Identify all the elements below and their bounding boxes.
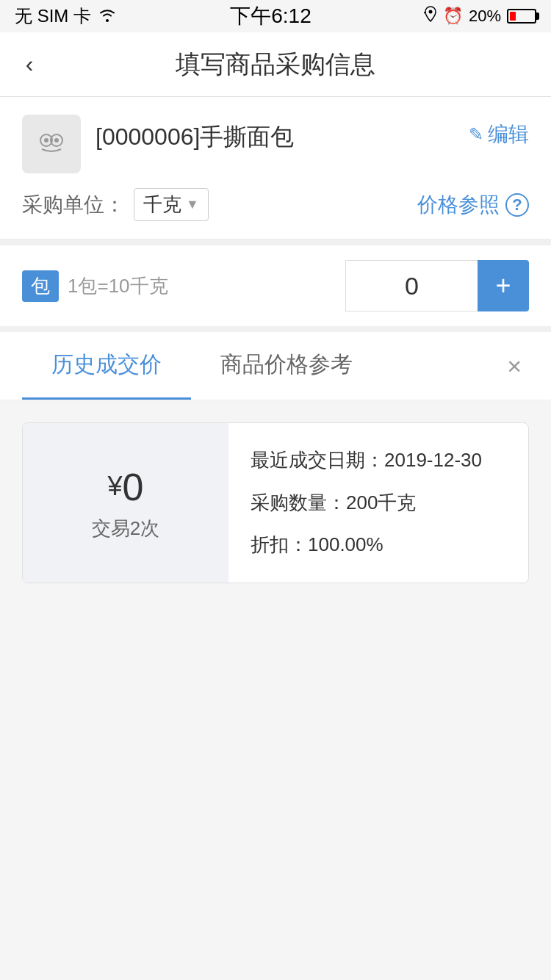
- discount-label: 折扣：: [251, 533, 308, 555]
- unit-dropdown-arrow: ▼: [186, 197, 199, 212]
- tab-close-button[interactable]: ×: [500, 345, 529, 388]
- unit-select[interactable]: 千克 ▼: [134, 188, 209, 221]
- battery-percent: 20%: [469, 7, 501, 26]
- location-icon: [424, 6, 437, 26]
- transaction-panel: ¥0 交易2次 最近成交日期：2019-12-30 采购数量：200千克 折扣：…: [0, 400, 551, 605]
- product-header: [0000006]手撕面包 ✎ 编辑: [22, 115, 529, 173]
- quantity-plus-button[interactable]: +: [478, 260, 529, 311]
- status-bar: 无 SIM 卡 下午6:12 ⏰ 20%: [0, 0, 551, 32]
- transaction-right: 最近成交日期：2019-12-30 采购数量：200千克 折扣：100.00%: [228, 423, 528, 583]
- battery-icon: [507, 9, 536, 24]
- back-button[interactable]: ‹: [0, 32, 59, 97]
- unit-left: 采购单位： 千克 ▼: [22, 188, 209, 221]
- product-unit-row: 采购单位： 千克 ▼ 价格参照 ?: [22, 188, 529, 221]
- svg-point-4: [54, 138, 59, 143]
- quantity-input[interactable]: [345, 260, 478, 311]
- product-card: [0000006]手撕面包 ✎ 编辑 采购单位： 千克 ▼ 价格参照 ?: [0, 97, 551, 239]
- purchase-qty-value: 200千克: [346, 491, 416, 514]
- transaction-price: ¥0: [108, 464, 144, 510]
- recent-date-value: 2019-12-30: [384, 449, 482, 471]
- nav-bar: ‹ 填写商品采购信息: [0, 32, 551, 97]
- purchase-qty-row: 采购数量：200千克: [251, 488, 506, 519]
- svg-point-2: [44, 138, 48, 143]
- price-symbol: ¥: [108, 470, 123, 502]
- product-name: [0000006]手撕面包: [96, 115, 294, 154]
- status-time: 下午6:12: [230, 2, 311, 30]
- discount-value: 100.00%: [308, 533, 383, 555]
- discount-row: 折扣：100.00%: [251, 530, 506, 561]
- edit-button[interactable]: ✎ 编辑: [469, 115, 529, 148]
- unit-badge: 包: [22, 270, 59, 302]
- wifi-icon: [97, 6, 118, 26]
- alarm-icon: ⏰: [443, 7, 463, 26]
- quantity-row: 包 1包=10千克 +: [0, 239, 551, 326]
- back-icon: ‹: [26, 51, 34, 78]
- transaction-card: ¥0 交易2次 最近成交日期：2019-12-30 采购数量：200千克 折扣：…: [22, 422, 529, 583]
- status-right: ⏰ 20%: [424, 6, 536, 26]
- unit-value: 千克: [143, 192, 181, 217]
- recent-date-row: 最近成交日期：2019-12-30: [251, 445, 506, 476]
- tab-history-price[interactable]: 历史成交价: [22, 332, 191, 400]
- edit-icon: ✎: [469, 124, 483, 145]
- svg-point-0: [428, 10, 432, 14]
- price-ref-label: 价格参照: [417, 191, 500, 219]
- edit-label: 编辑: [488, 120, 529, 148]
- transaction-left: ¥0 交易2次: [23, 423, 228, 583]
- recent-date-label: 最近成交日期：: [251, 449, 384, 471]
- tabs-container: 历史成交价 商品价格参考 ×: [0, 326, 551, 400]
- unit-conversion: 1包=10千克: [68, 273, 168, 299]
- tabs: 历史成交价 商品价格参考: [22, 332, 382, 400]
- product-info: [0000006]手撕面包: [22, 115, 469, 173]
- status-left: 无 SIM 卡: [15, 4, 118, 28]
- quantity-input-group: +: [345, 260, 529, 311]
- help-icon: ?: [505, 193, 529, 217]
- purchase-qty-label: 采购数量：: [251, 491, 346, 514]
- price-value: 0: [123, 466, 144, 508]
- quantity-unit-info: 包 1包=10千克: [22, 270, 168, 302]
- unit-label: 采购单位：: [22, 191, 125, 219]
- page-title: 填写商品采购信息: [176, 48, 375, 82]
- price-ref-button[interactable]: 价格参照 ?: [417, 191, 529, 219]
- product-logo: [22, 115, 81, 173]
- main-content: ¥0 交易2次 最近成交日期：2019-12-30 采购数量：200千克 折扣：…: [0, 400, 551, 915]
- tab-price-ref[interactable]: 商品价格参考: [191, 332, 382, 400]
- carrier-text: 无 SIM 卡: [15, 4, 91, 28]
- transaction-count: 交易2次: [92, 516, 159, 541]
